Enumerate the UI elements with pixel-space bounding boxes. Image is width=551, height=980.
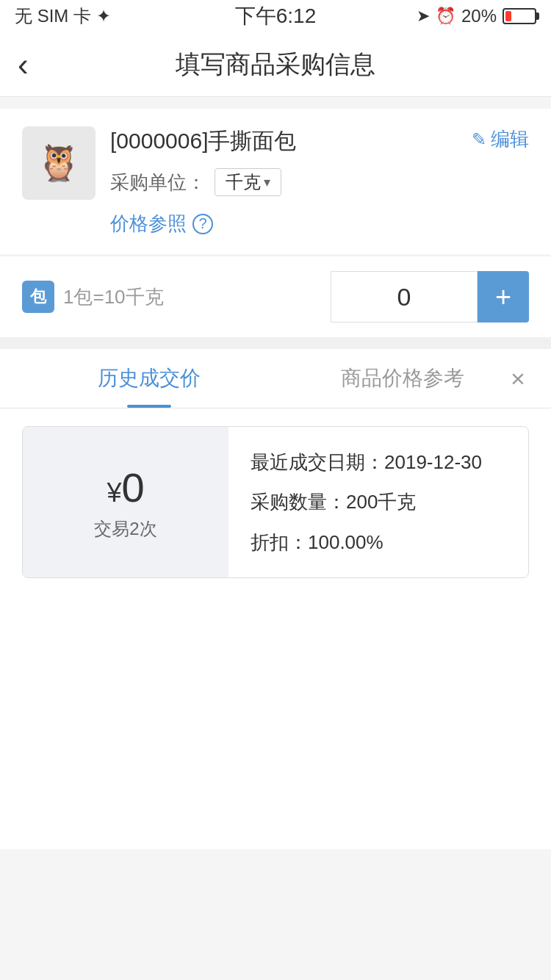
quantity-input[interactable]: 0 bbox=[331, 271, 478, 323]
price-amount: ¥0 bbox=[107, 464, 144, 511]
unit-value: 千克 bbox=[226, 170, 261, 194]
unit-selector[interactable]: 千克 ▾ bbox=[215, 168, 281, 196]
product-image: 🦉 bbox=[22, 126, 96, 200]
product-card: 🦉 [0000006]手撕面包 采购单位： 千克 ▾ 价格参照 ? bbox=[0, 109, 551, 254]
product-info-left: 🦉 [0000006]手撕面包 采购单位： 千克 ▾ 价格参照 ? bbox=[22, 126, 296, 237]
product-details: [0000006]手撕面包 采购单位： 千克 ▾ 价格参照 ? bbox=[110, 126, 296, 237]
tab-history-label: 历史成交价 bbox=[98, 364, 201, 392]
status-time: 下午6:12 bbox=[235, 2, 317, 30]
plus-icon: + bbox=[495, 281, 511, 313]
separator bbox=[0, 337, 551, 349]
product-header: 🦉 [0000006]手撕面包 采购单位： 千克 ▾ 价格参照 ? bbox=[22, 126, 529, 237]
edit-icon: ✎ bbox=[472, 129, 486, 150]
last-transaction-label: 最近成交日期： bbox=[251, 451, 384, 473]
tabs-container: 历史成交价 商品价格参考 × bbox=[0, 349, 551, 408]
last-transaction-date: 2019-12-30 bbox=[384, 451, 482, 473]
status-bar: 无 SIM 卡 ✦ 下午6:12 ➤ ⏰ 20% bbox=[0, 0, 551, 32]
quantity-conversion-text: 1包=10千克 bbox=[63, 284, 164, 310]
battery-percent: 20% bbox=[461, 6, 497, 26]
quantity-unit-text: 包 bbox=[30, 286, 46, 308]
trade-count: 交易2次 bbox=[94, 517, 156, 541]
quantity-unit-icon: 包 bbox=[22, 281, 54, 313]
nav-bar: ‹ 填写商品采购信息 bbox=[0, 32, 551, 97]
quantity-value: 0 bbox=[397, 283, 411, 311]
alarm-icon: ⏰ bbox=[436, 7, 455, 26]
back-icon: ‹ bbox=[18, 46, 29, 83]
quantity-label-section: 包 1包=10千克 bbox=[22, 281, 164, 313]
quantity-plus-button[interactable]: + bbox=[478, 271, 529, 323]
price-reference-link[interactable]: 价格参照 ? bbox=[110, 211, 296, 237]
purchase-qty-row: 采购数量：200千克 bbox=[251, 489, 506, 515]
help-icon[interactable]: ? bbox=[192, 214, 213, 234]
location-icon: ➤ bbox=[417, 7, 430, 26]
product-icon: 🦉 bbox=[37, 143, 81, 184]
sim-signal-text: 无 SIM 卡 ✦ bbox=[15, 4, 111, 28]
quantity-row: 包 1包=10千克 0 + bbox=[0, 256, 551, 337]
back-button[interactable]: ‹ bbox=[18, 46, 29, 83]
status-left: 无 SIM 卡 ✦ bbox=[15, 4, 111, 28]
price-info-section: ¥0 交易2次 最近成交日期：2019-12-30 采购数量：200千克 折扣：… bbox=[0, 408, 551, 849]
discount-row: 折扣：100.00% bbox=[251, 529, 506, 555]
status-right: ➤ ⏰ 20% bbox=[417, 6, 536, 26]
dropdown-icon: ▾ bbox=[264, 174, 270, 190]
tab-product-label: 商品价格参考 bbox=[341, 364, 464, 392]
close-icon: × bbox=[511, 364, 525, 393]
unit-label: 采购单位： bbox=[110, 170, 206, 195]
product-name: [0000006]手撕面包 bbox=[110, 126, 296, 156]
purchase-qty-label: 采购数量： bbox=[251, 491, 346, 513]
tab-product-price-ref[interactable]: 商品价格参考 bbox=[276, 349, 529, 408]
discount-label: 折扣： bbox=[251, 531, 308, 553]
price-ref-label: 价格参照 bbox=[110, 211, 187, 237]
page-title: 填写商品采购信息 bbox=[176, 48, 375, 82]
purchase-qty-value: 200千克 bbox=[346, 491, 416, 513]
product-unit-row: 采购单位： 千克 ▾ bbox=[110, 168, 296, 196]
battery-icon bbox=[503, 8, 536, 24]
last-transaction-date-row: 最近成交日期：2019-12-30 bbox=[251, 449, 506, 475]
price-card: ¥0 交易2次 最近成交日期：2019-12-30 采购数量：200千克 折扣：… bbox=[22, 426, 529, 578]
price-summary-left: ¥0 交易2次 bbox=[23, 427, 228, 577]
amount-value: 0 bbox=[121, 464, 144, 511]
tab-history-price[interactable]: 历史成交价 bbox=[22, 349, 276, 408]
edit-button[interactable]: ✎ 编辑 bbox=[472, 126, 529, 152]
price-details-right: 最近成交日期：2019-12-30 采购数量：200千克 折扣：100.00% bbox=[228, 427, 528, 577]
quantity-controls: 0 + bbox=[331, 271, 529, 323]
tab-close-button[interactable]: × bbox=[500, 360, 536, 397]
discount-value: 100.00% bbox=[308, 531, 383, 553]
edit-label: 编辑 bbox=[491, 126, 529, 152]
currency-symbol: ¥ bbox=[107, 478, 121, 508]
